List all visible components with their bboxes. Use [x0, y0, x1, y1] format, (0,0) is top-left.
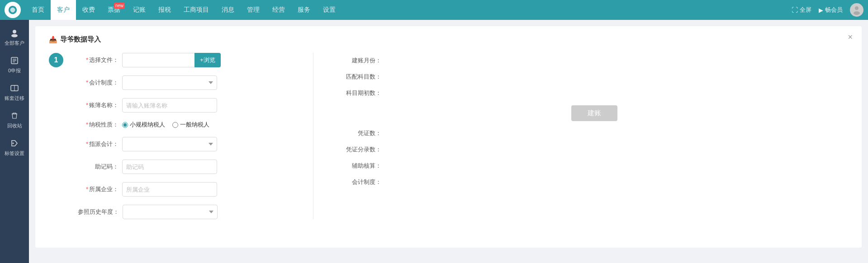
avatar-icon	[851, 5, 862, 15]
account-migrate-icon	[9, 83, 19, 93]
sidebar-item-zero-declare[interactable]: 0申报	[2, 52, 27, 78]
nav-invoice[interactable]: 票据 new	[101, 0, 127, 20]
zero-declare-icon	[9, 56, 19, 66]
app-logo	[5, 2, 21, 18]
build-account-button[interactable]: 建账	[571, 105, 617, 121]
nav-home[interactable]: 首页	[25, 0, 51, 20]
mnemonic-label: 助记码：	[78, 163, 119, 171]
nav-operation[interactable]: 经营	[266, 0, 291, 20]
svg-point-3	[13, 30, 16, 33]
vip-icon: ▶	[819, 7, 823, 14]
top-navigation: 首页 客户 收费 票据 new 记账 报税 工商项目 消息 管理 经营 服务 设…	[0, 0, 868, 20]
import-icon: 📥	[49, 36, 57, 44]
nav-right-area: ⛶ 全屏 ▶ 畅会员	[792, 3, 863, 17]
close-button[interactable]: ×	[848, 33, 853, 42]
recycle-icon	[9, 111, 19, 121]
assign-accountant-select[interactable]	[122, 137, 217, 151]
subject-initial-label: 科目期初数：	[341, 89, 381, 97]
voucher-count-label: 凭证数：	[341, 129, 381, 137]
main-content: 📥 导爷数据导入 × 1 *选择文件：	[29, 20, 868, 263]
avatar[interactable]	[850, 3, 863, 17]
voucher-entry-row: 凭证分录数：	[341, 146, 848, 154]
voucher-entry-label: 凭证分录数：	[341, 146, 381, 154]
mnemonic-row: 助记码：	[78, 160, 304, 174]
step-indicator: 1	[49, 53, 71, 67]
accounting-system-label: *会计制度：	[78, 79, 119, 87]
svg-point-2	[854, 11, 860, 15]
svg-point-11	[13, 143, 14, 144]
card-title: 导爷数据导入	[60, 35, 101, 44]
nav-message[interactable]: 消息	[215, 0, 241, 20]
sidebar: 全部客户 0申报 账套迁移 回收站 标签设置	[0, 20, 29, 263]
company-label: *所属企业：	[78, 185, 119, 193]
match-subject-row: 匹配科目数：	[341, 73, 848, 81]
build-month-row: 建账月份：	[341, 56, 848, 65]
card-header: 📥 导爷数据导入	[49, 35, 848, 44]
radio-general-taxpayer[interactable]: 一般纳税人	[172, 121, 209, 129]
sidebar-item-tag-settings[interactable]: 标签设置	[2, 135, 27, 160]
form-right: 建账月份： 匹配科目数： 科目期初数： 建账	[323, 53, 848, 219]
account-name-label: *账簿名称：	[78, 101, 119, 109]
nav-menu: 首页 客户 收费 票据 new 记账 报税 工商项目 消息 管理 经营 服务 设…	[25, 0, 792, 20]
tag-settings-icon	[9, 138, 19, 148]
accounting-system-right-label: 会计制度：	[341, 178, 381, 186]
nav-tax[interactable]: 报税	[152, 0, 177, 20]
fullscreen-icon: ⛶	[792, 6, 798, 14]
mnemonic-input[interactable]	[122, 160, 217, 174]
new-badge: new	[114, 3, 125, 9]
vip-button[interactable]: ▶ 畅会员	[819, 6, 843, 14]
history-year-select[interactable]	[123, 205, 218, 219]
main-layout: 全部客户 0申报 账套迁移 回收站 标签设置	[0, 20, 868, 263]
browse-button[interactable]: +浏览	[194, 53, 221, 67]
all-clients-icon	[9, 28, 19, 38]
tax-type-label: *纳税性质：	[78, 121, 119, 129]
form-left: *选择文件： +浏览 *会计制度：	[78, 53, 304, 219]
tax-type-radio-group: 小规模纳税人 一般纳税人	[122, 121, 209, 129]
nav-fee[interactable]: 收费	[76, 0, 101, 20]
history-year-label: 参照历史年度：	[78, 208, 119, 216]
accounting-system-select[interactable]	[122, 75, 217, 90]
file-label: *选择文件：	[78, 56, 119, 64]
sidebar-item-account-migrate[interactable]: 账套迁移	[2, 80, 27, 105]
form-area: 1 *选择文件： +浏览	[49, 53, 848, 219]
fullscreen-button[interactable]: ⛶ 全屏	[792, 6, 811, 14]
nav-business[interactable]: 工商项目	[177, 0, 215, 20]
account-name-input[interactable]	[122, 98, 217, 113]
svg-point-4	[11, 34, 18, 38]
accounting-system-row: *会计制度：	[78, 75, 304, 90]
logo-icon	[8, 5, 18, 15]
company-row: *所属企业：	[78, 182, 304, 197]
build-button-area: 建账	[341, 105, 848, 121]
assign-accountant-label: *指派会计：	[78, 140, 119, 148]
subject-initial-row: 科目期初数：	[341, 89, 848, 97]
sidebar-item-recycle[interactable]: 回收站	[2, 107, 27, 133]
import-card: 📥 导爷数据导入 × 1 *选择文件：	[35, 26, 862, 248]
build-month-label: 建账月份：	[341, 56, 381, 65]
radio-small-taxpayer[interactable]: 小规模纳税人	[122, 121, 165, 129]
file-path-input[interactable]	[122, 53, 194, 67]
history-year-row: 参照历史年度：	[78, 205, 304, 219]
nav-settings[interactable]: 设置	[317, 0, 342, 20]
aux-accounting-label: 辅助核算：	[341, 162, 381, 170]
aux-accounting-row: 辅助核算：	[341, 162, 848, 170]
match-subject-label: 匹配科目数：	[341, 73, 381, 81]
file-input-group: +浏览	[122, 53, 221, 67]
assign-accountant-row: *指派会计：	[78, 137, 304, 151]
nav-client[interactable]: 客户	[51, 0, 76, 20]
company-input[interactable]	[122, 182, 217, 197]
step-badge: 1	[49, 53, 63, 67]
nav-manage[interactable]: 管理	[241, 0, 266, 20]
nav-bookkeeping[interactable]: 记账	[127, 0, 152, 20]
tax-type-row: *纳税性质： 小规模纳税人 一般纳税人	[78, 121, 304, 129]
file-select-row: *选择文件： +浏览	[78, 53, 304, 67]
vertical-divider	[313, 53, 313, 219]
sidebar-item-all-clients[interactable]: 全部客户	[2, 24, 27, 50]
nav-service[interactable]: 服务	[291, 0, 317, 20]
svg-point-1	[855, 6, 859, 10]
account-name-row: *账簿名称：	[78, 98, 304, 113]
accounting-system-right-row: 会计制度：	[341, 178, 848, 186]
voucher-count-row: 凭证数：	[341, 129, 848, 137]
step-section: 1 *选择文件： +浏览	[49, 53, 304, 219]
